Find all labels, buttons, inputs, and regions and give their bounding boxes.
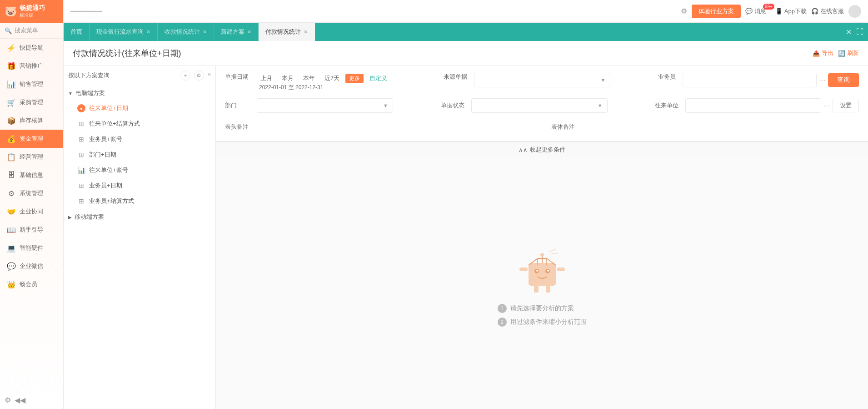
sidebar-item-guide[interactable]: 📖 新手引导 — [0, 221, 63, 239]
system-icon: ⚙ — [7, 189, 16, 198]
search-menu-label: 搜索菜单 — [15, 26, 38, 35]
topbar-settings-icon[interactable]: ⚙ — [681, 7, 687, 15]
service-label: 在线客服 — [820, 7, 844, 15]
date-tab-7days[interactable]: 近7天 — [321, 73, 343, 84]
sidebar-item-label: 快捷导航 — [20, 44, 43, 52]
collapse-conditions-btn[interactable]: ∧∧ 收起更多条件 — [216, 141, 868, 157]
salesperson-more-btn[interactable]: ··· — [819, 76, 826, 85]
collapse-sidebar-icon[interactable]: ◀◀ — [15, 396, 25, 404]
plan-item-salesperson-date[interactable]: ⊞ 业务员+日期 — [68, 178, 213, 193]
tab-home[interactable]: 首页 — [64, 23, 90, 41]
sidebar-item-system[interactable]: ⚙ 系统管理 — [0, 184, 63, 202]
sidebar-item-finance[interactable]: 💰 资金管理 — [0, 130, 63, 148]
filter-panel-icons: + ⚙ « — [180, 71, 211, 81]
date-tab-more[interactable]: 更多 — [345, 74, 364, 83]
plan-item-partner-date[interactable]: ● 往来单位+日期 — [68, 101, 213, 116]
sidebar-item-quick-nav[interactable]: ⚡ 快捷导航 — [0, 39, 63, 57]
date-tab-last-month[interactable]: 上月 — [257, 73, 276, 84]
refresh-label: 刷新 — [847, 49, 859, 57]
page-header-actions: 📤 导出 🔄 刷新 — [813, 49, 859, 64]
tip-text-1: 请先选择要分析的方案 — [510, 304, 574, 313]
date-tab-this-month[interactable]: 本月 — [278, 73, 297, 84]
tab-cash-flow[interactable]: 现金银行流水查询 ✕ — [90, 23, 158, 41]
date-tab-this-year[interactable]: 本年 — [299, 73, 319, 84]
query-filters: 单据日期 上月 本月 本年 近7天 更多 自定义 2022-01-01 至 20… — [216, 66, 868, 141]
tab-new-plan[interactable]: 新建方案 ✕ — [214, 23, 259, 41]
sidebar-item-label: 企业微信 — [20, 262, 43, 270]
plan-item-label: 部门+日期 — [89, 151, 116, 159]
dept-select[interactable]: ▼ — [257, 98, 393, 113]
tab-receipt-stats-close[interactable]: ✕ — [203, 29, 207, 35]
plan-item-dept-date[interactable]: ⊞ 部门+日期 — [68, 147, 213, 162]
marketing-icon: 🎁 — [7, 61, 16, 71]
tab-payment-stats-close[interactable]: ✕ — [304, 29, 308, 35]
finance-icon: 💰 — [7, 134, 16, 143]
filter-panel-collapse[interactable]: « — [208, 71, 211, 81]
app-download-btn[interactable]: 📱 App下载 — [775, 7, 807, 15]
guide-icon: 📖 — [7, 225, 16, 234]
query-button[interactable]: 查询 — [828, 73, 859, 87]
sidebar-item-label: 系统管理 — [20, 189, 43, 197]
mobile-section-label: 移动端方案 — [75, 213, 104, 221]
trial-button[interactable]: 体验行业方案 — [692, 5, 741, 18]
svg-rect-6 — [557, 268, 565, 271]
plan-item-salesperson-payment[interactable]: ⊞ 业务员+结算方式 — [68, 194, 213, 208]
sidebar-item-sales[interactable]: 📊 销售管理 — [0, 75, 63, 93]
add-plan-icon[interactable]: + — [180, 71, 190, 81]
online-service-btn[interactable]: 🎧 在线客服 — [811, 7, 844, 15]
partner-more-btn[interactable]: ··· — [823, 101, 830, 111]
empty-state: 1 请先选择要分析的方案 2 用过滤条件来缩小分析范围 — [216, 157, 868, 409]
purchase-icon: 🛒 — [7, 98, 16, 107]
tab-fullscreen-icon[interactable]: ⛶ — [856, 28, 863, 36]
plan-active-icon: ● — [77, 104, 85, 112]
user-avatar[interactable] — [848, 5, 861, 18]
refresh-button[interactable]: 🔄 刷新 — [838, 49, 859, 57]
salesperson-input[interactable] — [683, 73, 817, 87]
mobile-section-toggle[interactable]: ▶ 移动端方案 — [64, 209, 215, 225]
refresh-icon: 🔄 — [838, 50, 845, 57]
plan-item-partner-account[interactable]: 📊 往来单位+账号 — [68, 163, 213, 177]
desktop-section-toggle[interactable]: ▼ 电脑端方案 — [64, 86, 215, 100]
sidebar-item-inventory[interactable]: 📦 库存核算 — [0, 111, 63, 130]
filter-panel: 按以下方案查询 + ⚙ « ▼ 电脑端方案 ● — [64, 66, 216, 409]
tab-cash-flow-close[interactable]: ✕ — [146, 29, 150, 35]
tab-new-plan-close[interactable]: ✕ — [247, 29, 251, 35]
message-icon: 💬 — [745, 8, 753, 15]
search-menu[interactable]: 🔍 搜索菜单 — [0, 23, 63, 39]
sidebar-item-hardware[interactable]: 💻 智能硬件 — [0, 239, 63, 257]
sidebar-item-basic-info[interactable]: 🗄 基础信息 — [0, 166, 63, 184]
tab-payment-stats[interactable]: 付款情况统计 ✕ — [259, 23, 315, 41]
date-tab-custom[interactable]: 自定义 — [366, 73, 391, 84]
sidebar: 🐷 畅捷通巧 标准版 🔍 搜索菜单 ⚡ 快捷导航 🎁 营销推广 📊 销售管理 🛒… — [0, 0, 64, 409]
sidebar-item-marketing[interactable]: 🎁 营销推广 — [0, 57, 63, 75]
tab-receipt-stats[interactable]: 收款情况统计 ✕ — [158, 23, 214, 41]
plan-item-partner-payment[interactable]: ⊞ 往来单位+结算方式 — [68, 116, 213, 131]
source-select[interactable]: ▼ — [474, 73, 610, 87]
plan-item-salesperson-account[interactable]: ⊞ 业务员+账号 — [68, 132, 213, 146]
dept-label: 部门 — [225, 101, 252, 110]
export-button[interactable]: 📤 导出 — [813, 49, 833, 57]
sidebar-item-purchase[interactable]: 🛒 采购管理 — [0, 93, 63, 111]
tip-num-1: 1 — [498, 304, 507, 313]
header-note-input[interactable] — [257, 120, 533, 134]
settings-button[interactable]: 设置 — [833, 99, 859, 112]
settings-bottom-icon[interactable]: ⚙ — [5, 396, 11, 404]
tab-close-all-icon[interactable]: ✕ — [846, 28, 852, 36]
sidebar-item-wechat[interactable]: 💬 企业微信 — [0, 257, 63, 275]
partner-input[interactable] — [685, 98, 821, 113]
message-btn[interactable]: 💬 消息 99+ — [745, 7, 771, 15]
sidebar-item-operations[interactable]: 📋 经营管理 — [0, 148, 63, 166]
breadcrumb-area: ━━━━━━━━━━ — [70, 8, 676, 15]
desktop-section-arrow: ▼ — [68, 91, 73, 96]
message-badge: 99+ — [763, 4, 774, 10]
salesperson-group: ··· 查询 — [683, 73, 859, 87]
manage-plan-icon[interactable]: ⚙ — [194, 71, 204, 81]
sidebar-item-member[interactable]: 👑 畅会员 — [0, 275, 63, 293]
body-note-input[interactable] — [583, 120, 859, 134]
header-note-label: 表头备注 — [225, 123, 252, 131]
voucher-status-select[interactable]: ▼ — [471, 98, 608, 113]
plan-item-label: 业务员+结算方式 — [89, 197, 134, 205]
tab-new-plan-label: 新建方案 — [221, 28, 244, 36]
empty-tip-1: 1 请先选择要分析的方案 — [498, 304, 587, 313]
sidebar-item-collab[interactable]: 🤝 企业协同 — [0, 202, 63, 221]
